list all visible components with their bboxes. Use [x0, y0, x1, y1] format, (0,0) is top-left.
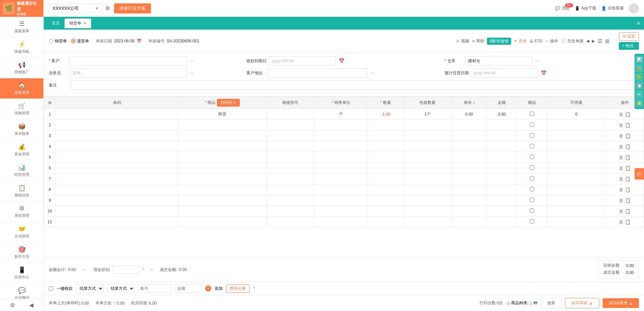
cell-product-3[interactable]: [178, 130, 267, 141]
tab-close-icon[interactable]: ✕: [83, 21, 86, 26]
debt-help-icon[interactable]: ?: [113, 301, 115, 306]
cell-unit-5[interactable]: [314, 152, 368, 163]
action-video[interactable]: ⊙ 视频: [456, 38, 469, 44]
delete-icon-9[interactable]: 🗑: [619, 198, 623, 203]
copy-icon-3[interactable]: 📋: [625, 133, 631, 139]
product-type-value[interactable]: 1: [530, 301, 532, 306]
cell-unit-10[interactable]: [314, 206, 368, 217]
cell-pkg-qty-11[interactable]: [404, 217, 451, 227]
warehouse-dots-icon[interactable]: ···: [535, 58, 539, 64]
cell-pkg-qty-4[interactable]: [404, 141, 451, 152]
addr-dots-icon[interactable]: ···: [371, 70, 375, 76]
cell-product-8[interactable]: [178, 184, 267, 195]
cell-barcode-2[interactable]: [56, 120, 178, 130]
cell-product-9[interactable]: [178, 195, 267, 206]
delete-icon-4[interactable]: 🗑: [619, 144, 623, 149]
copy-icon-1[interactable]: 📋: [625, 112, 631, 117]
barcode-input-1[interactable]: [59, 112, 175, 117]
barcode-input-10[interactable]: [59, 209, 175, 213]
tab-sales-order[interactable]: 销货单 ✕: [65, 18, 91, 28]
cell-gift-2[interactable]: [517, 120, 547, 130]
sidebar-item-system[interactable]: ⚙ 系统管理: [0, 201, 43, 222]
cell-amount-6[interactable]: [487, 163, 517, 173]
cell-product-2[interactable]: [178, 120, 267, 130]
cell-price-2[interactable]: [451, 120, 487, 130]
action-shortcuts[interactable]: ⌨ 快捷键: [487, 38, 511, 45]
cell-spec-3[interactable]: [266, 130, 314, 141]
gift-checkbox-11[interactable]: [530, 219, 534, 224]
cell-amount-4[interactable]: [487, 141, 517, 152]
cell-pkg-qty-3[interactable]: [404, 130, 451, 141]
gift-checkbox-3[interactable]: [530, 133, 534, 138]
barcode-input-2[interactable]: [59, 123, 175, 127]
cell-pkg-qty-1[interactable]: 1个: [404, 109, 451, 120]
cell-gift-11[interactable]: [517, 217, 547, 227]
view-list-icon[interactable]: ☰: [598, 38, 602, 44]
cell-amount-3[interactable]: [487, 130, 517, 141]
cell-barcode-11[interactable]: [56, 217, 178, 227]
cell-price-11[interactable]: [451, 217, 487, 227]
delivery-date-input[interactable]: [471, 68, 538, 78]
cell-pkg-qty-12[interactable]: [404, 227, 451, 228]
cell-barcode-3[interactable]: [56, 130, 178, 141]
warehouse-input[interactable]: [465, 56, 532, 66]
copy-icon-4[interactable]: 📋: [625, 144, 631, 149]
cell-qty-12[interactable]: [368, 227, 404, 228]
cell-barcode-9[interactable]: [56, 195, 178, 206]
salesperson-input[interactable]: [69, 68, 187, 78]
payment-due-calendar-icon[interactable]: 📅: [339, 58, 344, 64]
cell-amount-1[interactable]: 0.00: [487, 109, 517, 120]
fee-split-button[interactable]: 费用分摊: [226, 284, 250, 293]
amount-input[interactable]: [175, 284, 202, 293]
cell-price-8[interactable]: [451, 184, 487, 195]
calendar-icon[interactable]: 📅: [137, 39, 142, 43]
cell-qty-4[interactable]: [368, 141, 404, 152]
barcode-input-11[interactable]: [59, 220, 175, 224]
rpo-btn[interactable]: 🏷: [635, 170, 643, 178]
delete-icon-10[interactable]: 🗑: [619, 208, 623, 214]
action-history[interactable]: 📄 历史单据: [561, 38, 583, 44]
action-help[interactable]: ⊙ 帮助: [472, 38, 484, 44]
cell-product-1[interactable]: 拆贡: [178, 109, 267, 120]
cell-pkg-qty-10[interactable]: [404, 206, 451, 217]
cell-qty-6[interactable]: [368, 163, 404, 173]
cell-unit-1[interactable]: 个: [314, 109, 368, 120]
rp-btn-1[interactable]: 📊: [635, 55, 643, 64]
sidebar-item-quick-nav[interactable]: ⚡ 快捷导航: [0, 37, 43, 58]
sidebar-item-inventory[interactable]: 📦 库存核算: [0, 119, 43, 140]
gift-checkbox-10[interactable]: [530, 208, 534, 213]
cell-unit-8[interactable]: [314, 184, 368, 195]
cell-price-12[interactable]: [451, 227, 487, 228]
cell-spec-9[interactable]: [266, 195, 314, 206]
radio-sales-order[interactable]: 销货单: [49, 38, 67, 44]
copy-icon-10[interactable]: 📋: [625, 208, 631, 214]
cell-pkg-qty-6[interactable]: [404, 163, 451, 173]
cell-spec-12[interactable]: [266, 227, 314, 228]
sidebar-item-finance[interactable]: 💰 资金管理: [0, 140, 43, 160]
cell-price-10[interactable]: [451, 206, 487, 217]
delete-icon-2[interactable]: 🗑: [619, 122, 623, 128]
cell-price-4[interactable]: [451, 141, 487, 152]
col-settings[interactable]: ⚙: [44, 97, 56, 109]
cell-amount-8[interactable]: [487, 184, 517, 195]
rp-btn-2[interactable]: 🔒: [635, 64, 643, 72]
copy-icon-5[interactable]: 📋: [625, 155, 631, 160]
cell-unit-7[interactable]: [314, 173, 368, 184]
gift-checkbox-7[interactable]: [530, 176, 534, 181]
window-close-icon[interactable]: ✕: [636, 20, 641, 27]
cell-gift-12[interactable]: [517, 227, 547, 228]
cell-gift-4[interactable]: [517, 141, 547, 152]
barcode-input-3[interactable]: [59, 133, 175, 138]
copy-icon-7[interactable]: 📋: [625, 176, 631, 182]
sidebar-item-search[interactable]: ☰ 搜索菜单: [0, 17, 43, 37]
remarks-input[interactable]: [71, 80, 639, 90]
payment-due-input[interactable]: [269, 56, 336, 66]
settings-button[interactable]: ⚙ 设置: [619, 32, 639, 41]
gift-checkbox-8[interactable]: [530, 187, 534, 191]
cell-product-5[interactable]: [178, 152, 267, 163]
barcode-input-5[interactable]: [59, 155, 175, 160]
cell-amount-10[interactable]: [487, 206, 517, 217]
sidebar-item-base[interactable]: 📋 基础信息: [0, 181, 43, 201]
cell-barcode-7[interactable]: [56, 173, 178, 184]
company-selector[interactable]: XXXXXX公司 ▼: [49, 4, 103, 13]
